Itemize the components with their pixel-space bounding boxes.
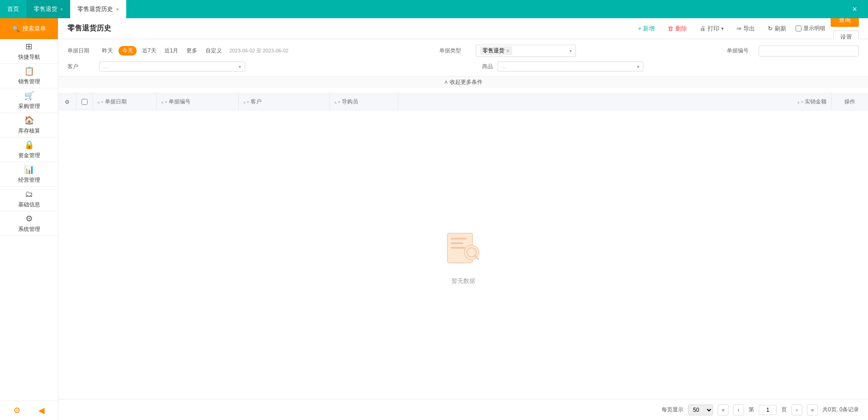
total-info: 共0页, 0条记录	[822, 406, 859, 414]
customer-filter-label: 客户	[67, 63, 99, 71]
sidebar-item-ops-mgmt[interactable]: 📊 经营管理	[0, 162, 58, 187]
delete-button[interactable]: 🗑 删除	[664, 23, 691, 35]
th-customer-label: 客户	[251, 98, 262, 106]
sort-up-icon-3: ▴	[243, 100, 246, 104]
print-icon: 🖨	[700, 25, 706, 32]
close-window-button[interactable]: ×	[848, 5, 861, 14]
sort-down-icon-5: ▾	[801, 100, 803, 104]
th-checkbox[interactable]	[77, 94, 93, 110]
tab-home[interactable]: 首页	[0, 0, 26, 18]
sort-up-icon-4: ▴	[334, 100, 337, 104]
tab-retail-return-close[interactable]: ×	[60, 6, 63, 12]
sidebar-item-sales-mgmt[interactable]: 📋 销售管理	[0, 64, 58, 88]
customer-arrow-icon: ▾	[239, 64, 241, 69]
sort-down-icon: ▾	[101, 100, 103, 104]
sort-down-icon-2: ▾	[165, 100, 167, 104]
main-layout: 🔍 搜索菜单 ⊞ 快捷导航 📋 销售管理 🛒 采购管理 🏠 库存核算 🔒 资金管…	[0, 18, 868, 420]
sidebar-item-inventory-calc-label: 库存核算	[18, 127, 40, 135]
query-button[interactable]: 查询	[831, 18, 859, 27]
prev-page-btn[interactable]: ‹	[733, 405, 744, 415]
empty-state-text: 暂无数据	[452, 277, 475, 285]
print-arrow-icon: ▾	[721, 26, 724, 31]
bill-type-tag: 零售退货 ×	[480, 46, 512, 55]
date-btn-last1month[interactable]: 近1月	[162, 46, 181, 56]
page-size-select[interactable]: 50 100 200	[688, 405, 713, 415]
tab-retail-return-label: 零售退货	[34, 5, 57, 13]
export-button[interactable]: ⇒ 导出	[733, 23, 759, 35]
sidebar-item-quick-nav[interactable]: ⊞ 快捷导航	[0, 39, 58, 64]
tab-retail-return-history[interactable]: 零售退货历史 ×	[70, 0, 126, 18]
tab-retail-return[interactable]: 零售退货 ×	[26, 0, 70, 18]
th-settings[interactable]: ⚙	[58, 94, 77, 110]
date-btn-yesterday[interactable]: 昨天	[99, 46, 116, 56]
sidebar-item-basic-info-label: 基础信息	[18, 201, 40, 209]
page-header: 零售退货历史 + 新增 🗑 删除 🖨 打印 ▾ ⇒ 导出 ↻ 刷新	[58, 18, 868, 39]
first-page-btn[interactable]: «	[718, 405, 729, 415]
new-button[interactable]: + 新增	[634, 23, 658, 35]
date-btn-more[interactable]: 更多	[184, 46, 200, 56]
print-label: 打印	[708, 25, 719, 33]
date-range-text: 2023-06-02 至 2023-06-02	[229, 47, 288, 54]
th-date: ▴ ▾ 单据日期	[93, 94, 157, 110]
sidebar-item-basic-info[interactable]: 🗂 基础信息	[0, 187, 58, 211]
purchase-mgmt-icon: 🛒	[24, 91, 34, 101]
print-button[interactable]: 🖨 打印 ▾	[696, 23, 727, 35]
collapse-filter-btn[interactable]: ∧ 收起更多条件	[58, 76, 868, 88]
refresh-button[interactable]: ↻ 刷新	[764, 23, 790, 35]
svg-rect-2	[451, 242, 463, 244]
sidebar-search-label: 搜索菜单	[22, 25, 46, 33]
sidebar-item-inventory-calc[interactable]: 🏠 库存核算	[0, 113, 58, 138]
sidebar-item-purchase-mgmt-label: 采购管理	[18, 102, 40, 110]
tab-bar: 首页 零售退货 × 零售退货历史 ×	[0, 0, 848, 18]
show-detail-checkbox[interactable]	[796, 26, 801, 31]
show-detail-toggle[interactable]: 显示明细	[796, 25, 825, 32]
date-btn-last7[interactable]: 近7天	[139, 46, 159, 56]
goods-filter-label: 商品	[461, 63, 498, 71]
th-action: 操作	[832, 94, 868, 110]
th-bill-no: ▴ ▾ 单据编号	[157, 94, 239, 110]
svg-rect-3	[451, 247, 465, 249]
bill-type-remove-icon[interactable]: ×	[506, 48, 509, 54]
settings-bottom-icon[interactable]: ⚙	[13, 405, 21, 415]
sidebar-search[interactable]: 🔍 搜索菜单	[0, 18, 58, 39]
funds-mgmt-icon: 🔒	[24, 140, 34, 150]
show-detail-label: 显示明细	[803, 25, 825, 32]
tab-retail-return-history-close[interactable]: ×	[116, 6, 118, 12]
sidebar-item-sales-mgmt-label: 销售管理	[18, 78, 40, 86]
bill-type-filter-label: 单据类型	[439, 47, 476, 55]
content-area: 零售退货历史 + 新增 🗑 删除 🖨 打印 ▾ ⇒ 导出 ↻ 刷新	[58, 18, 868, 420]
export-label: 导出	[743, 25, 755, 33]
select-all-checkbox[interactable]	[82, 99, 87, 105]
th-bill-no-label: 单据编号	[169, 98, 190, 106]
sidebar-item-quick-nav-label: 快捷导航	[18, 53, 40, 61]
ops-mgmt-icon: 📊	[24, 164, 34, 174]
th-guide: ▴ ▾ 导购员	[330, 94, 398, 110]
customer-select[interactable]: ... ▾	[99, 61, 245, 72]
collapse-sidebar-icon[interactable]: ◀	[38, 405, 45, 415]
table-settings-icon: ⚙	[65, 99, 70, 105]
basic-info-icon: 🗂	[25, 190, 33, 199]
sidebar-item-funds-mgmt[interactable]: 🔒 资金管理	[0, 138, 58, 162]
sales-mgmt-icon: 📋	[24, 66, 34, 76]
date-btn-today[interactable]: 今天	[118, 46, 137, 56]
date-filter-group: 昨天 今天 近7天 近1月 更多 自定义 2023-06-02 至 2023-0…	[99, 46, 288, 56]
search-icon: 🔍	[12, 26, 20, 32]
filter-row-2: 客户 ... ▾ 商品 ... ▾	[67, 61, 859, 72]
sidebar-item-purchase-mgmt[interactable]: 🛒 采购管理	[0, 88, 58, 113]
goods-select[interactable]: ... ▾	[498, 61, 643, 72]
page-input[interactable]	[759, 405, 777, 415]
next-page-btn[interactable]: ›	[791, 405, 802, 415]
sidebar-item-system-mgmt[interactable]: ⚙ 系统管理	[0, 211, 58, 236]
bill-type-select[interactable]: 零售退货 × ▾	[476, 45, 576, 57]
sort-up-icon: ▴	[98, 100, 100, 104]
bill-no-input[interactable]	[759, 46, 859, 56]
goods-placeholder: ...	[502, 63, 506, 70]
last-page-btn[interactable]: »	[807, 405, 818, 415]
top-bar-right: ×	[848, 5, 868, 14]
filter-row-1: 单据日期 昨天 今天 近7天 近1月 更多 自定义 2023-06-02 至 2…	[67, 45, 859, 57]
th-guide-label: 导购员	[342, 98, 358, 106]
table-header: ⚙ ▴ ▾ 单据日期 ▴ ▾ 单据编号 ▴ ▾ 客户	[58, 94, 868, 110]
date-btn-custom[interactable]: 自定义	[203, 46, 225, 56]
refresh-label: 刷新	[775, 25, 786, 33]
sidebar-item-ops-mgmt-label: 经营管理	[18, 176, 40, 184]
